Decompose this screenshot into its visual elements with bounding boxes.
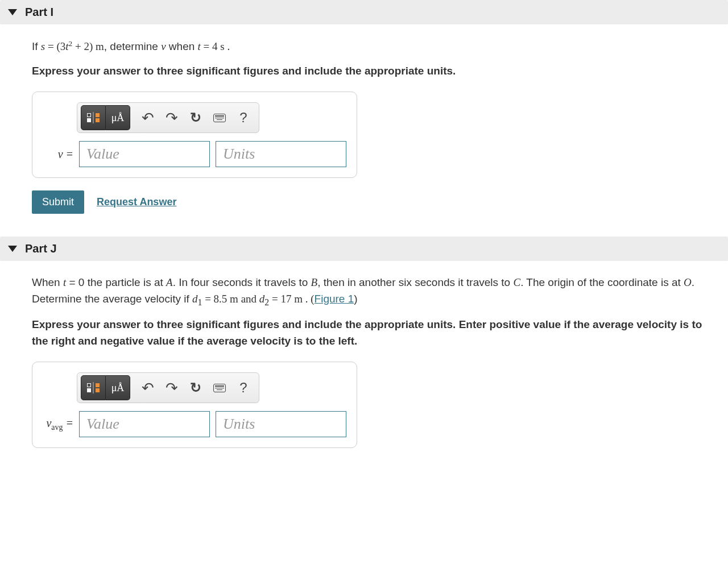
part-j-header[interactable]: Part J	[0, 237, 728, 261]
text: . In four seconds it travels to	[173, 276, 311, 288]
text: , then in another six seconds it travels…	[317, 276, 513, 288]
reset-icon: ↻	[190, 380, 201, 396]
part-i-answer-panel: μÅ ↶ ↷ ↻ ? v = Value Units	[32, 92, 357, 178]
undo-icon: ↶	[142, 379, 154, 397]
keyboard-button[interactable]	[208, 106, 231, 130]
text: = 8.5 m and	[202, 293, 259, 305]
point-o: O	[684, 276, 692, 288]
part-j-title: Part J	[25, 242, 57, 255]
point-a: A	[166, 276, 173, 288]
part-j-instruction: Express your answer to three significant…	[32, 317, 703, 349]
part-i-input-row: v = Value Units	[43, 141, 346, 167]
point-b: B	[311, 276, 318, 288]
part-i-content: If s = (3t2 + 2) m, determine v when t =…	[0, 24, 728, 237]
reset-button[interactable]: ↻	[184, 376, 208, 400]
text: =	[45, 40, 56, 52]
value-input[interactable]: Value	[79, 411, 210, 437]
chevron-down-icon	[8, 246, 17, 252]
help-icon: ?	[239, 380, 247, 396]
text: = 0 the particle is at	[66, 276, 166, 288]
text: (3	[56, 40, 65, 52]
redo-icon: ↷	[166, 109, 178, 127]
keyboard-button[interactable]	[208, 376, 231, 400]
units-input[interactable]: Units	[216, 411, 346, 437]
request-answer-link[interactable]: Request Answer	[97, 196, 176, 208]
text: )	[354, 293, 357, 305]
reset-button[interactable]: ↻	[184, 106, 208, 130]
text: When	[32, 276, 63, 288]
text: when	[166, 40, 198, 52]
part-j-problem: When t = 0 the particle is at A. In four…	[32, 275, 703, 309]
text: = 17 m . (	[269, 293, 314, 305]
part-j-var-label: vavg =	[43, 417, 73, 432]
redo-button[interactable]: ↷	[160, 106, 184, 130]
part-i-var-label: v =	[43, 148, 73, 161]
figure-link[interactable]: Figure 1	[315, 293, 354, 305]
text: . The origin of the coordinate is at	[520, 276, 684, 288]
part-i-title: Part I	[25, 6, 53, 19]
mu-a-label: μÅ	[111, 112, 125, 124]
templates-button[interactable]	[81, 105, 106, 130]
units-input[interactable]: Units	[216, 141, 346, 167]
special-chars-button[interactable]: μÅ	[106, 375, 130, 400]
undo-icon: ↶	[142, 109, 154, 127]
part-i-header[interactable]: Part I	[0, 0, 728, 24]
chevron-down-icon	[8, 9, 17, 15]
part-i-problem: If s = (3t2 + 2) m, determine v when t =…	[32, 38, 728, 55]
var-d2: d	[259, 293, 265, 305]
reset-icon: ↻	[190, 110, 201, 126]
submit-button[interactable]: Submit	[32, 190, 84, 214]
special-chars-button[interactable]: μÅ	[106, 105, 130, 130]
var-v: v	[161, 40, 166, 52]
text: = 4 s .	[201, 40, 230, 52]
value-input[interactable]: Value	[79, 141, 210, 167]
redo-icon: ↷	[166, 379, 178, 397]
redo-button[interactable]: ↷	[160, 376, 184, 400]
text: If	[32, 40, 41, 52]
part-i-instruction: Express your answer to three significant…	[32, 63, 728, 80]
part-i-toolbar: μÅ ↶ ↷ ↻ ?	[77, 102, 259, 133]
undo-button[interactable]: ↶	[136, 106, 160, 130]
undo-button[interactable]: ↶	[136, 376, 160, 400]
text: + 2)	[72, 40, 96, 52]
part-j-toolbar: μÅ ↶ ↷ ↻ ?	[77, 372, 259, 403]
help-icon: ?	[239, 110, 247, 126]
part-j-answer-panel: μÅ ↶ ↷ ↻ ? vavg = Value Units	[32, 362, 357, 448]
part-j-content: When t = 0 the particle is at A. In four…	[0, 261, 728, 454]
help-button[interactable]: ?	[231, 106, 255, 130]
keyboard-icon	[213, 114, 226, 122]
unit: m	[96, 40, 104, 52]
keyboard-icon	[213, 384, 226, 392]
templates-button[interactable]	[81, 375, 106, 400]
mu-a-label: μÅ	[111, 382, 125, 394]
point-c: C	[513, 276, 520, 288]
part-j-input-row: vavg = Value Units	[43, 411, 346, 437]
help-button[interactable]: ?	[231, 376, 255, 400]
text: , determine	[104, 40, 161, 52]
part-i-submit-row: Submit Request Answer	[32, 190, 728, 214]
